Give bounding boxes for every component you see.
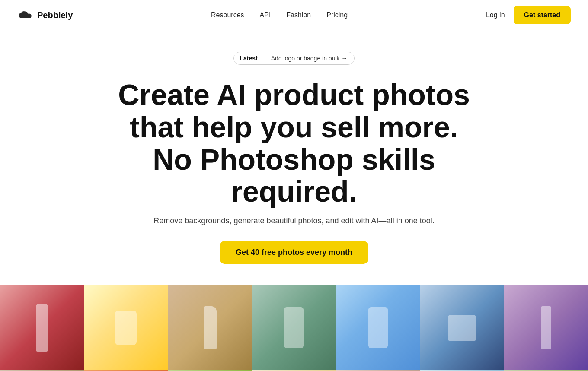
- hero-title-line2: that help you sell more.: [130, 111, 458, 143]
- nav-link-pricing[interactable]: Pricing: [326, 11, 348, 19]
- nav-link-api[interactable]: API: [260, 11, 271, 19]
- grid-item-7: [504, 285, 588, 370]
- get-started-button[interactable]: Get started: [514, 6, 571, 24]
- badge-latest-label: Latest: [234, 52, 264, 64]
- grid-item-3: [168, 285, 252, 370]
- brand-logo[interactable]: Pebblely: [17, 10, 73, 20]
- hero-section: Latest Add logo or badge in bulk → Creat…: [0, 30, 588, 285]
- nav-links: Resources API Fashion Pricing: [211, 11, 348, 19]
- hero-subtitle: Remove backgrounds, generate beautiful p…: [9, 216, 579, 225]
- grid-item-6: [420, 285, 504, 370]
- hero-title-line3: No Photoshop skills required.: [153, 143, 435, 208]
- hero-title-line1: Create AI product photos: [118, 78, 470, 111]
- hero-cta-button[interactable]: Get 40 free photos every month: [220, 241, 368, 264]
- grid-item-1: [0, 285, 84, 370]
- nav-link-resources[interactable]: Resources: [211, 11, 244, 19]
- brand-name: Pebblely: [37, 10, 73, 20]
- grid-item-4: [252, 285, 336, 370]
- image-grid-row1: [0, 285, 588, 370]
- grid-item-5: [336, 285, 420, 370]
- nav-cta: Log in Get started: [486, 6, 571, 24]
- badge-link[interactable]: Add logo or badge in bulk →: [264, 52, 355, 64]
- grid-item-2: [84, 285, 168, 370]
- nav-link-fashion[interactable]: Fashion: [286, 11, 311, 19]
- navbar: Pebblely Resources API Fashion Pricing L…: [0, 0, 588, 30]
- cloud-icon: [17, 10, 33, 20]
- latest-badge: Latest Add logo or badge in bulk →: [233, 52, 355, 65]
- login-button[interactable]: Log in: [486, 11, 505, 19]
- hero-title: Create AI product photos that help you s…: [99, 79, 489, 208]
